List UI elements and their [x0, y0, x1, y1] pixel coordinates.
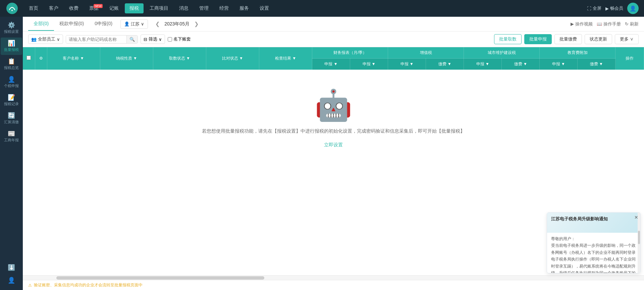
nav-home[interactable]: 首页 [24, 3, 43, 13]
status-update-button[interactable]: 状态更新 [585, 34, 612, 44]
date-next-button[interactable]: ❯ [192, 20, 201, 28]
clearance-icon: 🔄 [8, 113, 15, 119]
vip-button[interactable]: ▶ 畅会员 [605, 5, 623, 11]
robot-illustration: 🤖 [315, 90, 352, 120]
sidebar-item-label: 汇算清缴 [4, 120, 19, 125]
more-button[interactable]: 更多 ∨ [615, 34, 639, 44]
fullscreen-button[interactable]: ⛶ 全屏 [587, 5, 601, 11]
th-vat-declare: 申报 ▼ [388, 59, 426, 70]
video-link[interactable]: ▶ 操作视频 [571, 21, 593, 27]
date-prev-button[interactable]: ❮ [153, 20, 162, 28]
tab-tax-declare[interactable]: 税款申报(0) [54, 17, 89, 31]
annual-report-icon: 📰 [8, 131, 15, 137]
tab-zero-declare[interactable]: 0申报(0) [89, 17, 118, 31]
warning-icon: ⚠ [28, 283, 32, 288]
sidebar-item-tax-record[interactable]: 📝 报税记录 [1, 92, 22, 109]
warning-text: 验证账密、采集信息均成功的企业才会流转至批量报税页面中 [34, 282, 143, 288]
nav-operation[interactable]: 经营 [215, 3, 233, 13]
notification-greeting: 尊敬的用户： [551, 235, 636, 242]
staff-selector[interactable]: 👥 全部员工 ∨ [28, 34, 63, 44]
sidebar-item-profile[interactable]: 👤 [1, 275, 22, 286]
th-edu-surcharge: 教育费附加 [540, 47, 615, 59]
date-label: 2023年05月 [164, 21, 190, 27]
sidebar-item-label: 报税总览 [4, 65, 19, 70]
nav-settings[interactable]: 设置 [255, 3, 274, 13]
top-right-actions: ⛶ 全屏 ▶ 畅会员 👤 [587, 3, 639, 14]
nav-accounting[interactable]: 记账 [105, 3, 123, 13]
th-compare-status: 比对状态 ▼ [206, 47, 259, 70]
notification-header: 江苏电子税务局升级影响通知 ✕ [547, 213, 640, 233]
bottom-bar: ⚠ 验证账密、采集信息均成功的企业才会流转至批量报税页面中 [23, 280, 644, 290]
staff-icon: 👥 [31, 37, 37, 42]
top-navigation: 首页 客户 收费 票据 NEW 记账 报税 工商项目 消息 管理 经营 服务 设… [0, 0, 644, 17]
sidebar-item-annual-report[interactable]: 📰 工商年报 [1, 128, 22, 145]
nav-invoice[interactable]: 票据 NEW [85, 3, 103, 13]
svg-point-0 [6, 3, 18, 14]
video-icon: ▶ [571, 21, 574, 26]
search-input[interactable] [66, 35, 126, 43]
fullscreen-icon: ⛶ [587, 6, 591, 11]
svg-point-1 [11, 10, 13, 11]
nav-bizproject[interactable]: 工商项目 [145, 3, 173, 13]
download-icon: ⬇️ [8, 265, 15, 271]
nav-service[interactable]: 服务 [235, 3, 254, 13]
th-city-construction: 城市维护建设税 [464, 47, 540, 59]
search-button[interactable]: 🔍 [126, 35, 138, 43]
gear-icon[interactable]: ⚙ [39, 56, 43, 61]
nav-customer[interactable]: 客户 [44, 3, 63, 13]
th-customer: 客户名称 ▼ [47, 47, 100, 70]
th-finance-declare2: 申报 ▼ [350, 59, 388, 70]
batch-pay-button[interactable]: 批量缴费 [554, 34, 582, 44]
notification-scrollbar-thumb[interactable] [638, 231, 640, 244]
sidebar-item-batch-tax[interactable]: 📊 批量报税 [1, 38, 22, 55]
accounts-checkbox[interactable] [168, 37, 172, 42]
sidebar-item-personal-tax[interactable]: 👤 个税申报 [1, 74, 22, 91]
th-city-pay: 缴费 ▼ [502, 59, 540, 70]
batch-fetch-button[interactable]: 批量取数 [494, 34, 522, 44]
setup-link[interactable]: 立即设置 [324, 142, 343, 148]
nav-manage[interactable]: 管理 [195, 3, 213, 13]
scrollbar-thumb[interactable] [56, 276, 264, 280]
filter-button[interactable]: ⊟ 筛选 ∨ [141, 34, 165, 44]
chevron-down-icon: ∨ [141, 21, 144, 26]
avatar[interactable]: 👤 [627, 3, 639, 14]
batch-tax-icon: 📊 [8, 40, 15, 46]
manual-link[interactable]: 📖 操作手册 [597, 21, 621, 27]
vip-icon: ▶ [605, 6, 609, 11]
filter-chevron-icon: ∨ [159, 37, 162, 42]
th-checkbox [23, 47, 35, 70]
nav-tax[interactable]: 报税 [125, 3, 144, 13]
th-vat-pay: 缴费 ▼ [426, 59, 464, 70]
region-selector[interactable]: 👤 江苏 ∨ [120, 19, 148, 29]
app-logo[interactable] [5, 2, 19, 15]
person-icon: 👤 [124, 21, 129, 26]
tabs-right-actions: ▶ 操作视频 📖 操作手册 ↻ 刷新 [571, 21, 639, 27]
more-chevron-icon: ∨ [630, 37, 634, 42]
sidebar-item-label: 报税设置 [4, 29, 19, 34]
refresh-button[interactable]: ↻ 刷新 [625, 21, 639, 27]
nav-billing[interactable]: 收费 [64, 3, 83, 13]
tab-all[interactable]: 全部(0) [28, 17, 54, 31]
th-city-declare: 申报 ▼ [464, 59, 502, 70]
sidebar-item-clearance[interactable]: 🔄 汇算清缴 [1, 110, 22, 127]
sidebar-item-label: 工商年报 [4, 138, 19, 143]
th-edu-declare: 申报 ▼ [540, 59, 578, 70]
sidebar-item-tax-summary[interactable]: 📋 报税总览 [1, 56, 22, 73]
sidebar-item-tax-settings[interactable]: ⚙️ 报税设置 [1, 19, 22, 37]
new-badge: NEW [94, 4, 103, 8]
refresh-icon: ↻ [625, 21, 629, 26]
sidebar-bottom: ⬇️ 👤 [1, 262, 22, 290]
region-label: 江苏 [131, 21, 140, 27]
sidebar-item-download[interactable]: ⬇️ [1, 262, 22, 273]
empty-state: 🤖 若您想使用批量报税功能，请先在【报税设置】中进行报税的初始化设置，完成密码验… [23, 70, 644, 168]
nav-message[interactable]: 消息 [174, 3, 193, 13]
notification-body: 尊敬的用户： 受当前电子税务局进一步升级的影响，同一个政务网账号（办税人）名下的… [547, 233, 640, 273]
select-all-checkbox[interactable] [26, 56, 31, 60]
checkbox-label[interactable]: 名下账套 [168, 36, 191, 42]
th-tax-type: 纳税性质 ▼ [100, 47, 153, 70]
search-box: 🔍 [66, 35, 138, 44]
batch-declare-button[interactable]: 批量申报 [524, 34, 552, 44]
notification-scrollbar[interactable] [638, 213, 640, 273]
th-operation: 操作 [615, 47, 644, 70]
horizontal-scrollbar[interactable] [23, 275, 644, 280]
